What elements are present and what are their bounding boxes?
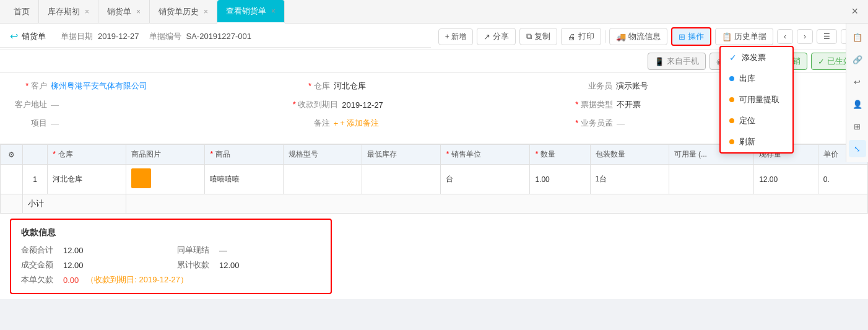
customer-label: 客户 bbox=[10, 80, 47, 92]
note-label: 备注 bbox=[293, 118, 330, 129]
address-field: 客户地址 — bbox=[10, 99, 293, 110]
right-clipboard-btn[interactable]: 📋 bbox=[849, 28, 866, 46]
outbound-item[interactable]: 出库 bbox=[721, 68, 792, 89]
operate-icon: ⊞ bbox=[679, 32, 685, 41]
tab-sales[interactable]: 销货单 × bbox=[98, 0, 150, 24]
th-packqty: 包装数量 bbox=[590, 145, 669, 165]
history-button[interactable]: 📋 历史单据 bbox=[715, 28, 773, 45]
summary-grid: 金额合计 12.00 同单现结 — 成交金额 12.00 累计收款 12.00 … bbox=[21, 245, 321, 285]
staff-name-label: 业务员孟 bbox=[575, 118, 613, 129]
view-list-button[interactable]: ☰ bbox=[817, 29, 837, 44]
window-close-button[interactable]: × bbox=[846, 5, 863, 18]
date-label: 单据日期 bbox=[56, 31, 93, 42]
toolbar: + 新增 ↗ 分享 ⧉ 复制 🖨 打印 🚚 物流信息 bbox=[431, 24, 868, 50]
tab-inventory-close[interactable]: × bbox=[85, 7, 89, 16]
add-invoice-item[interactable]: ✓ 添发票 bbox=[721, 47, 792, 68]
total-amount-label: 金额合计 bbox=[21, 245, 58, 256]
th-qty: 数量 bbox=[530, 145, 590, 165]
no-label: 单据编号 bbox=[144, 31, 181, 42]
customer-value[interactable]: 柳州粤港平安气体有限公司 bbox=[51, 80, 147, 92]
same-settle-label: 同单现结 bbox=[177, 245, 214, 256]
operations-dropdown: ✓ 添发票 出库 可用量提取 定位 刷新 bbox=[719, 46, 794, 154]
cell-qty: 1.00 bbox=[530, 165, 590, 194]
share-icon: ↗ bbox=[484, 32, 490, 41]
project-field: 项目 — bbox=[10, 118, 293, 129]
data-table-wrap: ⚙ 仓库 商品图片 商品 规格型号 最低库存 销售单位 数量 包装数量 可用量 … bbox=[0, 144, 868, 214]
truck-icon: 🚚 bbox=[616, 32, 626, 41]
dot-icon-4 bbox=[729, 139, 734, 144]
effective-icon: ✓ bbox=[818, 57, 825, 66]
warehouse-value: 河北仓库 bbox=[334, 80, 366, 92]
print-button[interactable]: 🖨 打印 bbox=[561, 28, 601, 45]
th-settings[interactable]: ⚙ bbox=[1, 145, 23, 165]
nav-next-button[interactable]: › bbox=[797, 29, 813, 44]
tab-home[interactable]: 首页 bbox=[5, 0, 39, 24]
th-no bbox=[23, 145, 48, 165]
doc-icon: ↩ bbox=[10, 30, 18, 42]
operate-button[interactable]: ⊞ 操作 bbox=[671, 27, 711, 46]
tab-sales-history[interactable]: 销货单历史 × bbox=[150, 0, 217, 24]
summary-total-amount: 金额合计 12.00 bbox=[21, 245, 165, 256]
same-settle-value: — bbox=[219, 246, 227, 255]
logistics-button[interactable]: 🚚 物流信息 bbox=[609, 28, 667, 45]
tab-sales-close[interactable]: × bbox=[136, 7, 141, 16]
cell-settings bbox=[1, 165, 23, 194]
deal-amount-label: 成交金额 bbox=[21, 259, 58, 271]
cell-image bbox=[126, 165, 205, 194]
staff-name-field: 业务员孟 — bbox=[575, 118, 858, 129]
return-icon: ↩ bbox=[854, 77, 861, 87]
project-value: — bbox=[51, 119, 59, 128]
available-qty-item[interactable]: 可用量提取 bbox=[721, 89, 792, 110]
locate-item[interactable]: 定位 bbox=[721, 110, 792, 131]
cell-no: 1 bbox=[23, 165, 48, 194]
right-expand-btn[interactable]: ⤡ bbox=[849, 140, 866, 157]
right-return-btn[interactable]: ↩ bbox=[849, 73, 866, 90]
duedate-label: 收款到期日 bbox=[293, 99, 339, 110]
from-phone-button[interactable]: 📱 来自手机 bbox=[648, 53, 706, 70]
phone-icon: 📱 bbox=[654, 57, 664, 66]
owe-note: （收款到期日: 2019-12-27） bbox=[86, 274, 188, 285]
summary-deal-amount: 成交金额 12.00 bbox=[21, 259, 165, 271]
print-icon: 🖨 bbox=[568, 32, 576, 41]
new-button[interactable]: + 新增 bbox=[438, 28, 473, 45]
dot-icon-2 bbox=[729, 97, 734, 102]
cell-price: 0. bbox=[818, 165, 867, 194]
refresh-item[interactable]: 刷新 bbox=[721, 131, 792, 152]
right-grid-btn[interactable]: ⊞ bbox=[849, 118, 866, 135]
duedate-value: 2019-12-27 bbox=[342, 100, 383, 110]
dot-icon-3 bbox=[729, 118, 734, 123]
th-spec: 规格型号 bbox=[284, 145, 362, 165]
subtotal-label-cell: 小计 bbox=[23, 194, 126, 214]
doc-title: 销货单 bbox=[22, 31, 46, 42]
subtotal-values bbox=[126, 194, 868, 214]
cell-warehouse: 河北仓库 bbox=[48, 165, 126, 194]
table-row: 1 河北仓库 嘻嘻嘻嘻 台 1.00 1台 12.00 0. bbox=[1, 165, 868, 194]
right-link-btn[interactable]: 🔗 bbox=[849, 51, 866, 68]
cell-unit: 台 bbox=[441, 165, 530, 194]
toolbar-container: + 新增 ↗ 分享 ⧉ 复制 🖨 打印 🚚 物流信息 bbox=[431, 24, 868, 50]
copy-button[interactable]: ⧉ 复制 bbox=[519, 28, 557, 45]
deal-amount-value: 12.00 bbox=[63, 261, 84, 270]
add-note-button[interactable]: + + 添加备注 bbox=[334, 118, 380, 129]
doc-date: 2019-12-27 bbox=[98, 32, 139, 41]
summary-owe: 本单欠款 0.00 （收款到期日: 2019-12-27） bbox=[21, 274, 321, 285]
right-user-btn[interactable]: 👤 bbox=[849, 95, 866, 113]
owe-value: 0.00 bbox=[63, 276, 79, 285]
share-button[interactable]: ↗ 分享 bbox=[477, 28, 516, 45]
add-invoice-label: 添发票 bbox=[742, 52, 766, 63]
th-warehouse: 仓库 bbox=[48, 145, 126, 165]
tab-sales-history-close[interactable]: × bbox=[204, 7, 208, 16]
nav-prev-button[interactable]: ‹ bbox=[777, 29, 793, 44]
tab-sales-label: 销货单 bbox=[107, 6, 131, 17]
products-table: ⚙ 仓库 商品图片 商品 规格型号 最低库存 销售单位 数量 包装数量 可用量 … bbox=[0, 144, 868, 214]
check-icon: ✓ bbox=[729, 53, 737, 63]
locate-label: 定位 bbox=[739, 115, 755, 126]
warehouse-field: 仓库 河北仓库 bbox=[293, 80, 576, 92]
grid-icon: ⊞ bbox=[854, 122, 861, 131]
cell-stock: 12.00 bbox=[754, 165, 818, 194]
dot-icon-1 bbox=[729, 76, 734, 81]
tab-view-sales-close[interactable]: × bbox=[271, 7, 276, 15]
tab-view-sales[interactable]: 查看销货单 × bbox=[217, 0, 285, 24]
tab-inventory[interactable]: 库存期初 × bbox=[39, 0, 98, 24]
refresh-label: 刷新 bbox=[739, 136, 755, 147]
